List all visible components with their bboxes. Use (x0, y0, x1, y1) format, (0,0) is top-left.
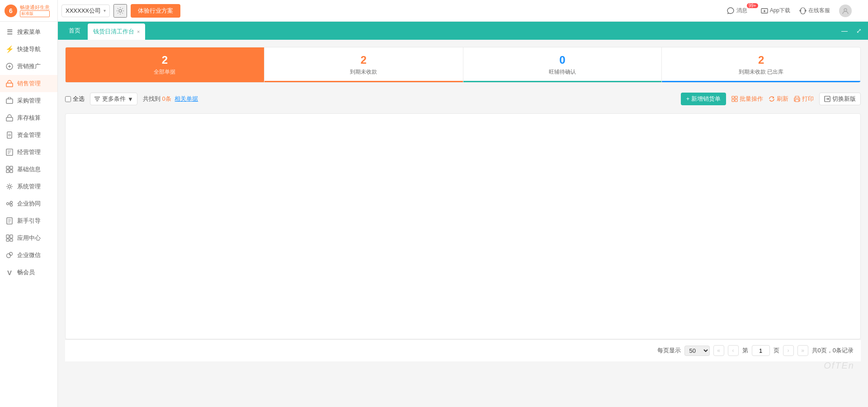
sidebar-item-label: 系统管理 (17, 182, 41, 191)
svg-rect-30 (795, 99, 799, 102)
sidebar-item-app-center[interactable]: 应用中心 (0, 229, 57, 247)
online-service-label: 在线客服 (808, 7, 830, 14)
svg-rect-18 (6, 239, 9, 241)
marketing-icon (5, 62, 14, 70)
system-icon (5, 182, 14, 191)
sidebar: 6 畅捷通好生意 标准版 ☰ 搜索菜单 ⚡ 快捷导航 营销推广 (0, 0, 58, 407)
svg-point-20 (7, 254, 11, 258)
print-button[interactable]: 打印 (794, 95, 814, 103)
sidebar-item-label: 库存核算 (17, 114, 41, 122)
online-service-item[interactable]: 在线客服 (799, 7, 830, 14)
sidebar-item-finance[interactable]: 资金管理 (0, 126, 57, 144)
wechat-icon (5, 251, 14, 259)
tab-maximize-button[interactable]: ⤢ (854, 25, 864, 36)
refresh-button[interactable]: 刷新 (769, 95, 788, 103)
sidebar-item-label: 企业微信 (17, 251, 41, 259)
tab-active-work[interactable]: 钱货日清工作台 × (88, 23, 145, 40)
sidebar-item-label: 经营管理 (17, 148, 41, 156)
member-icon: V (5, 268, 14, 276)
inventory-icon (5, 114, 14, 122)
last-page-button[interactable]: » (797, 345, 808, 356)
sidebar-item-guide[interactable]: 新手引导 (0, 212, 57, 229)
page-number-input[interactable] (752, 345, 770, 356)
stat-card-wangwang[interactable]: 0 旺辅待确认 (463, 47, 662, 82)
top-header: XXXXXX公司 ▾ 体验行业方案 消息 99+ App下载 (0, 0, 868, 22)
stat-card-overdue-unshipped[interactable]: 2 到期未收款 已出库 (662, 47, 860, 82)
avatar[interactable] (839, 5, 852, 17)
sidebar-item-label: 新手引导 (17, 217, 41, 225)
sidebar-item-label: 资金管理 (17, 131, 41, 139)
tab-home[interactable]: 首页 (61, 22, 88, 40)
svg-point-24 (844, 9, 847, 11)
svg-rect-27 (732, 99, 734, 102)
app-download-item[interactable]: App下载 (761, 7, 790, 14)
current-page-prefix: 第 (742, 346, 748, 355)
stat-label-overdue: 到期未收款 (274, 68, 454, 76)
stat-label-all: 全部单据 (75, 68, 255, 76)
toolbar-right: + 新增销货单 批量操作 刷新 (681, 93, 861, 105)
sidebar-item-wechat[interactable]: 企业微信 (0, 247, 57, 264)
svg-rect-7 (6, 166, 9, 169)
page-size-select[interactable]: 50 100 200 (684, 346, 710, 356)
stat-indicator-overdue (264, 81, 463, 82)
app-center-icon (5, 234, 14, 242)
sidebar-item-sales[interactable]: 销售管理 (0, 75, 57, 92)
add-sales-order-button[interactable]: + 新增销货单 (681, 93, 726, 105)
tab-minimize-button[interactable]: — (839, 25, 850, 36)
first-page-button[interactable]: « (713, 345, 724, 356)
sidebar-item-member[interactable]: V 畅会员 (0, 264, 57, 281)
select-all-checkbox[interactable]: 全选 (65, 95, 85, 103)
quick-nav-icon: ⚡ (5, 45, 14, 53)
sidebar-item-inventory[interactable]: 库存核算 (0, 109, 57, 126)
sidebar-item-search[interactable]: ☰ 搜索菜单 (0, 23, 57, 41)
page-size-label: 每页显示 (657, 346, 681, 355)
stat-indicator-unshipped (662, 81, 860, 82)
message-icon-item[interactable]: 消息 99+ (726, 7, 752, 15)
svg-rect-17 (10, 235, 13, 238)
sidebar-item-label: 畅会员 (17, 268, 35, 276)
svg-point-13 (10, 201, 13, 204)
svg-rect-1 (6, 83, 13, 87)
tab-bar: 首页 钱货日清工作台 × — ⤢ (58, 22, 868, 40)
stat-number-unshipped: 2 (671, 54, 851, 66)
operation-icon (5, 148, 14, 156)
sidebar-item-purchase[interactable]: 采购管理 (0, 92, 57, 109)
batch-operation-button[interactable]: 批量操作 (731, 95, 763, 103)
svg-rect-26 (735, 96, 737, 98)
filter-chevron: ▼ (127, 96, 133, 103)
tab-close-button[interactable]: × (137, 29, 140, 34)
company-selector[interactable]: XXXXXX公司 ▾ (61, 5, 110, 17)
stat-card-overdue-unpaid[interactable]: 2 到期未收款 (264, 47, 463, 82)
message-label: 消息 (736, 7, 747, 14)
sidebar-item-quick-nav[interactable]: ⚡ 快捷导航 (0, 41, 57, 58)
stat-card-all[interactable]: 2 全部单据 (66, 47, 264, 82)
app-download-label: App下载 (770, 7, 790, 14)
batch-label: 批量操作 (740, 95, 763, 103)
prev-page-button[interactable]: ‹ (728, 345, 739, 356)
finance-icon (5, 131, 14, 139)
sidebar-item-enterprise[interactable]: 企业协同 (0, 195, 57, 212)
svg-point-14 (10, 204, 13, 206)
sidebar-item-system[interactable]: 系统管理 (0, 178, 57, 195)
sidebar-header: 6 畅捷通好生意 标准版 (0, 0, 57, 22)
sidebar-item-label: 应用中心 (17, 234, 41, 242)
sidebar-item-operation[interactable]: 经营管理 (0, 144, 57, 161)
switch-new-version-button[interactable]: 切换新版 (819, 93, 861, 105)
sidebar-item-label: 快捷导航 (17, 45, 41, 53)
next-page-button[interactable]: › (783, 345, 794, 356)
trial-industry-button[interactable]: 体验行业方案 (131, 4, 180, 18)
stats-row: 2 全部单据 2 到期未收款 0 旺辅待确认 2 到期未收款 已出库 (65, 47, 861, 83)
settings-button[interactable] (113, 4, 127, 18)
svg-rect-8 (10, 166, 13, 169)
select-all-input[interactable] (65, 96, 71, 102)
found-count: 0条 (162, 95, 171, 102)
active-tab-label: 钱货日清工作台 (93, 28, 134, 36)
sidebar-item-basic-info[interactable]: 基础信息 (0, 161, 57, 178)
page-suffix: 页 (774, 346, 779, 355)
tab-controls: — ⤢ (839, 25, 864, 36)
filter-button[interactable]: 更多条件 ▼ (90, 93, 137, 105)
sidebar-item-marketing[interactable]: 营销推广 (0, 58, 57, 75)
sidebar-item-label: 基础信息 (17, 165, 41, 173)
company-dropdown-icon: ▾ (104, 8, 106, 13)
svg-rect-9 (6, 170, 9, 173)
